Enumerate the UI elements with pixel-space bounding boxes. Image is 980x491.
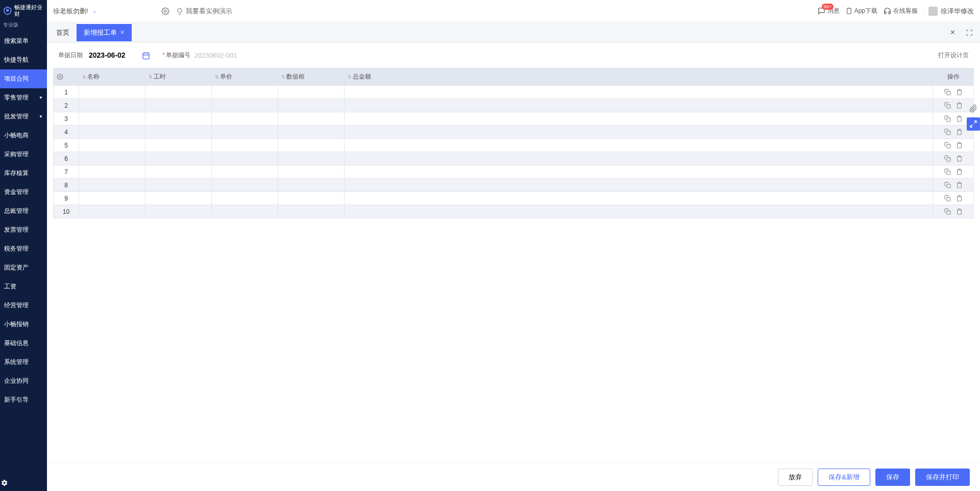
save-new-button[interactable]: 保存&新增 — [818, 469, 870, 486]
cell-numbox[interactable] — [278, 126, 345, 139]
cell-price[interactable] — [212, 179, 278, 192]
cell-price[interactable] — [212, 139, 278, 152]
copy-row-icon[interactable] — [944, 208, 951, 215]
delete-row-icon[interactable] — [956, 168, 963, 175]
calendar-icon[interactable] — [142, 52, 150, 60]
tab-0[interactable]: 首页 — [49, 24, 77, 41]
sidebar-item-14[interactable]: 经营管理 — [0, 296, 47, 315]
table-row[interactable]: 7 — [54, 165, 974, 179]
delete-row-icon[interactable] — [956, 89, 963, 95]
cell-numbox[interactable] — [278, 192, 345, 205]
delete-row-icon[interactable] — [956, 182, 963, 188]
expand-icon[interactable] — [967, 117, 980, 131]
cell-total[interactable] — [345, 126, 933, 139]
table-row[interactable]: 6 — [54, 152, 974, 165]
fullscreen-icon[interactable] — [961, 29, 978, 36]
cell-total[interactable] — [345, 112, 933, 126]
cell-numbox[interactable] — [278, 165, 345, 179]
cell-total[interactable] — [345, 139, 933, 152]
cell-numbox[interactable] — [278, 152, 345, 165]
save-print-button[interactable]: 保存并打印 — [915, 469, 970, 486]
table-row[interactable]: 8 — [54, 179, 974, 192]
sidebar-item-10[interactable]: 发票管理 — [0, 220, 47, 239]
cell-name[interactable] — [79, 112, 145, 126]
cell-numbox[interactable] — [278, 139, 345, 152]
cell-hours[interactable] — [145, 152, 212, 165]
cell-price[interactable] — [212, 126, 278, 139]
sidebar-item-19[interactable]: 新手引导 — [0, 390, 47, 409]
cell-hours[interactable] — [145, 112, 212, 126]
cell-name[interactable] — [79, 86, 145, 99]
sidebar-item-17[interactable]: 系统管理 — [0, 353, 47, 372]
table-row[interactable]: 1 — [54, 86, 974, 99]
cell-name[interactable] — [79, 165, 145, 179]
cell-numbox[interactable] — [278, 205, 345, 218]
table-row[interactable]: 3 — [54, 112, 974, 126]
table-row[interactable]: 10 — [54, 205, 974, 218]
cell-hours[interactable] — [145, 126, 212, 139]
table-row[interactable]: 9 — [54, 192, 974, 205]
cell-name[interactable] — [79, 139, 145, 152]
delete-row-icon[interactable] — [956, 195, 963, 202]
copy-row-icon[interactable] — [944, 102, 951, 109]
table-row[interactable]: 4 — [54, 126, 974, 139]
cell-numbox[interactable] — [278, 86, 345, 99]
date-input[interactable] — [87, 50, 138, 61]
cell-price[interactable] — [212, 152, 278, 165]
cell-hours[interactable] — [145, 139, 212, 152]
sidebar-item-5[interactable]: 小畅电商 — [0, 126, 47, 145]
delete-row-icon[interactable] — [956, 155, 963, 162]
sidebar-item-13[interactable]: 工资 — [0, 277, 47, 296]
sidebar-item-6[interactable]: 采购管理 — [0, 145, 47, 164]
copy-row-icon[interactable] — [944, 115, 951, 122]
org-settings-icon[interactable] — [161, 7, 169, 15]
cell-price[interactable] — [212, 99, 278, 112]
copy-row-icon[interactable] — [944, 182, 951, 188]
cell-price[interactable] — [212, 165, 278, 179]
header-total[interactable]: ⇅总金额 — [345, 68, 933, 86]
cell-price[interactable] — [212, 205, 278, 218]
tab-1[interactable]: 新增报工单✕ — [77, 24, 132, 41]
demo-link[interactable]: 我要看实例演示 — [176, 7, 232, 16]
cell-numbox[interactable] — [278, 99, 345, 112]
header-settings[interactable] — [54, 68, 79, 86]
cell-total[interactable] — [345, 205, 933, 218]
table-row[interactable]: 5 — [54, 139, 974, 152]
settings-icon[interactable] — [0, 479, 47, 487]
tab-close-icon[interactable]: ✕ — [120, 29, 125, 36]
cell-total[interactable] — [345, 192, 933, 205]
cell-price[interactable] — [212, 112, 278, 126]
delete-row-icon[interactable] — [956, 142, 963, 149]
cell-hours[interactable] — [145, 99, 212, 112]
cell-total[interactable] — [345, 99, 933, 112]
cell-name[interactable] — [79, 205, 145, 218]
copy-row-icon[interactable] — [944, 195, 951, 202]
cell-price[interactable] — [212, 86, 278, 99]
copy-row-icon[interactable] — [944, 168, 951, 175]
sidebar-item-2[interactable]: 项目合同 — [0, 69, 47, 88]
sidebar-item-0[interactable]: 搜索菜单 — [0, 32, 47, 51]
customer-service-button[interactable]: 在线客服 — [884, 7, 918, 15]
cell-hours[interactable] — [145, 165, 212, 179]
cell-name[interactable] — [79, 152, 145, 165]
cell-name[interactable] — [79, 179, 145, 192]
delete-row-icon[interactable] — [956, 208, 963, 215]
delete-row-icon[interactable] — [956, 102, 963, 109]
sidebar-item-8[interactable]: 资金管理 — [0, 183, 47, 202]
close-all-tabs-icon[interactable]: ✕ — [945, 29, 961, 36]
sidebar-item-7[interactable]: 库存核算 — [0, 164, 47, 183]
user-menu[interactable]: 徐泽华修改 — [924, 7, 974, 16]
delete-row-icon[interactable] — [956, 129, 963, 135]
cell-total[interactable] — [345, 152, 933, 165]
cell-numbox[interactable] — [278, 179, 345, 192]
save-button[interactable]: 保存 — [875, 469, 910, 486]
sidebar-item-11[interactable]: 税务管理 — [0, 239, 47, 258]
header-hours[interactable]: ⇅工时 — [145, 68, 212, 86]
sidebar-item-9[interactable]: 总账管理 — [0, 202, 47, 220]
attachment-icon[interactable] — [967, 102, 980, 115]
sidebar-item-15[interactable]: 小畅报销 — [0, 315, 47, 334]
messages-button[interactable]: 99+ 消息 — [818, 7, 840, 15]
header-price[interactable]: ⇅单价 — [212, 68, 278, 86]
sidebar-item-1[interactable]: 快捷导航 — [0, 51, 47, 69]
cell-hours[interactable] — [145, 192, 212, 205]
